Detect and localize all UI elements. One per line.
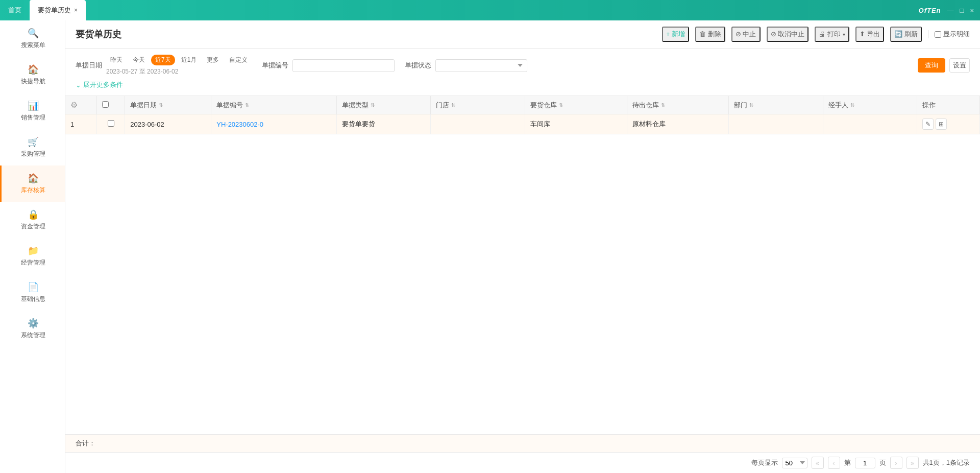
th-type-sort[interactable]: ⇅ xyxy=(371,102,375,108)
th-shop: 门店 ⇅ xyxy=(431,96,525,114)
pagination: 每页显示 50 20 100 « ‹ 第 页 › » 共1页，1条记录 xyxy=(65,452,980,473)
expand-more-label: 展开更多条件 xyxy=(83,80,123,89)
sidebar-item-search[interactable]: 🔍 搜索菜单 xyxy=(0,20,65,57)
doc-status-filter-group: 单据状态 xyxy=(405,59,527,72)
date-filter-label: 单据日期 xyxy=(76,61,102,70)
doc-status-select[interactable] xyxy=(435,59,527,72)
delete-button[interactable]: 🗑 删除 xyxy=(695,27,725,42)
tab-order-history-close[interactable]: × xyxy=(74,7,78,14)
show-detail-checkbox[interactable] xyxy=(935,31,941,38)
th-num-sort[interactable]: ⇅ xyxy=(245,102,249,108)
stop-button[interactable]: ⊘ 中止 xyxy=(731,27,761,42)
date-opt-1month[interactable]: 近1月 xyxy=(177,55,201,65)
date-opt-custom[interactable]: 自定义 xyxy=(225,55,252,65)
tab-home[interactable]: 首页 xyxy=(0,0,30,20)
th-pending-sort[interactable]: ⇅ xyxy=(661,102,665,108)
query-label: 查询 xyxy=(925,61,938,70)
th-warehouse-sort[interactable]: ⇅ xyxy=(559,102,563,108)
management-icon: 📁 xyxy=(28,245,39,256)
sidebar-item-system[interactable]: ⚙️ 系统管理 xyxy=(0,311,65,347)
sidebar-item-nav[interactable]: 🏠 快捷导航 xyxy=(0,57,65,93)
cancel-stop-button[interactable]: ⊘ 取消中止 xyxy=(767,27,809,42)
sidebar-label-nav: 快捷导航 xyxy=(21,77,45,86)
expand-more-btn[interactable]: ⌄ 展开更多条件 xyxy=(76,80,970,89)
sidebar-item-inventory[interactable]: 🏠 库存核算 xyxy=(0,165,65,202)
th-shop-label: 门店 xyxy=(436,101,449,110)
last-page-btn[interactable]: » xyxy=(906,457,919,469)
table-body: 1 2023-06-02 YH-20230602-0 要货单要货 车间库 原材料… xyxy=(65,114,980,134)
page-size-select[interactable]: 50 20 100 xyxy=(782,458,807,468)
toolbar-divider xyxy=(928,30,928,38)
th-handler-sort[interactable]: ⇅ xyxy=(850,102,854,108)
row-checkbox[interactable] xyxy=(108,120,114,127)
refresh-button[interactable]: 🔄 刷新 xyxy=(890,27,922,42)
page-size-label: 每页显示 xyxy=(751,458,778,467)
th-warehouse-label: 要货仓库 xyxy=(530,101,557,110)
export-button[interactable]: ⬆ 导出 xyxy=(855,27,885,42)
data-table: ⚙ 单据日期 ⇅ 单据编号 xyxy=(65,96,980,134)
nav-icon: 🏠 xyxy=(28,64,39,75)
window-maximize[interactable]: □ xyxy=(960,7,964,14)
first-page-btn[interactable]: « xyxy=(812,457,824,469)
tab-order-history[interactable]: 要货单历史 × xyxy=(30,0,86,20)
sidebar-item-purchase[interactable]: 🛒 采购管理 xyxy=(0,129,65,165)
next-page-btn[interactable]: › xyxy=(890,457,902,469)
new-button[interactable]: + 新增 xyxy=(662,27,689,42)
print-dropdown-icon[interactable]: ▾ xyxy=(843,32,845,37)
sidebar-item-sales[interactable]: 📊 销售管理 xyxy=(0,93,65,129)
page-title: 要货单历史 xyxy=(76,28,121,40)
query-button[interactable]: 查询 xyxy=(918,58,945,73)
window-close[interactable]: × xyxy=(970,7,974,14)
th-num-label: 单据编号 xyxy=(216,101,243,110)
page-label: 第 xyxy=(844,458,851,467)
sidebar-item-basic[interactable]: 📄 基础信息 xyxy=(0,274,65,311)
th-date-sort[interactable]: ⇅ xyxy=(159,102,163,108)
settings-gear-icon[interactable]: ⚙ xyxy=(70,101,78,109)
th-op: 操作 xyxy=(917,96,979,114)
date-opt-7days[interactable]: 近7天 xyxy=(151,55,175,65)
date-opt-more[interactable]: 更多 xyxy=(203,55,223,65)
sidebar-label-inventory: 库存核算 xyxy=(21,186,45,195)
search-icon: 🔍 xyxy=(28,28,39,39)
sidebar-label-basic: 基础信息 xyxy=(21,295,45,303)
th-handler: 经手人 ⇅ xyxy=(823,96,917,114)
window-minimize[interactable]: — xyxy=(947,7,954,14)
th-shop-sort[interactable]: ⇅ xyxy=(451,102,455,108)
show-detail-toggle[interactable]: 显示明细 xyxy=(935,30,970,39)
page-header: 要货单历史 + 新增 🗑 删除 ⊘ 中止 ⊘ 取消中止 🖨 打印 ▾ xyxy=(65,20,980,49)
sidebar: 🔍 搜索菜单 🏠 快捷导航 📊 销售管理 🛒 采购管理 🏠 库存核算 🔒 资金管… xyxy=(0,20,65,473)
page-unit: 页 xyxy=(879,458,886,467)
date-options: 昨天 今天 近7天 近1月 更多 自定义 xyxy=(106,55,252,65)
settings-button[interactable]: 设置 xyxy=(949,58,970,73)
th-date: 单据日期 ⇅ xyxy=(125,96,211,114)
th-checkbox xyxy=(96,96,125,114)
row-checkbox-cell xyxy=(96,114,125,134)
row-delete-btn[interactable]: ⊞ xyxy=(936,119,947,130)
th-settings: ⚙ xyxy=(65,96,96,114)
sidebar-item-management[interactable]: 📁 经营管理 xyxy=(0,238,65,274)
date-opt-yesterday[interactable]: 昨天 xyxy=(106,55,127,65)
table-footer: 合计： xyxy=(65,434,980,452)
date-opt-today[interactable]: 今天 xyxy=(129,55,149,65)
select-all-checkbox[interactable] xyxy=(102,101,109,108)
brand-name: OfTEn xyxy=(919,7,941,14)
basic-icon: 📄 xyxy=(28,281,39,293)
row-edit-btn[interactable]: ✎ xyxy=(922,119,934,130)
settings-label: 设置 xyxy=(953,61,966,70)
th-dept: 部门 ⇅ xyxy=(729,96,823,114)
th-pending-label: 待出仓库 xyxy=(632,101,659,110)
page-number-input[interactable] xyxy=(855,458,875,468)
row-num-link[interactable]: YH-20230602-0 xyxy=(216,121,263,128)
row-pending: 原材料仓库 xyxy=(627,114,729,134)
sidebar-item-finance[interactable]: 🔒 资金管理 xyxy=(0,202,65,238)
main-layout: 🔍 搜索菜单 🏠 快捷导航 📊 销售管理 🛒 采购管理 🏠 库存核算 🔒 资金管… xyxy=(0,20,980,473)
first-page-icon: « xyxy=(816,459,819,467)
th-dept-sort[interactable]: ⇅ xyxy=(749,102,753,108)
doc-num-input[interactable] xyxy=(292,59,395,72)
print-button[interactable]: 🖨 打印 ▾ xyxy=(815,27,849,42)
doc-num-filter-group: 单据编号 xyxy=(262,59,395,72)
total-info: 共1页，1条记录 xyxy=(923,458,970,467)
prev-page-btn[interactable]: ‹ xyxy=(828,457,840,469)
sidebar-label-management: 经营管理 xyxy=(21,258,45,267)
stop-label: ⊘ 中止 xyxy=(736,30,756,39)
